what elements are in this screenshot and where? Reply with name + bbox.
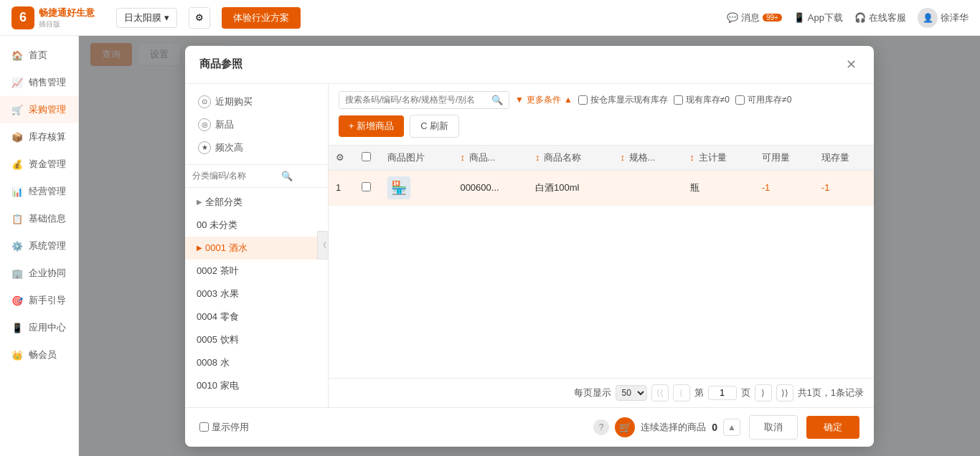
modal-overlay: 商品参照 ✕ ⊙ 近期购买 ◎ [79, 36, 980, 456]
checkbox-warehouse-label[interactable]: 按仓库显示现有库存 [578, 94, 668, 106]
select-all-checkbox[interactable] [362, 152, 371, 161]
content-area: 查询 设置 刷新 商品参照 ✕ [79, 36, 980, 456]
search-box: 🔍 [339, 91, 509, 109]
quick-filters: ⊙ 近期购买 ◎ 新品 ★ 频次高 [185, 91, 328, 165]
confirm-button[interactable]: 确定 [806, 416, 859, 439]
category-unclassified[interactable]: 00 未分类 [185, 214, 328, 237]
category-0001[interactable]: ▶ 0001 酒水 [185, 237, 328, 260]
th-spec[interactable]: ↕ 规格... [613, 146, 682, 171]
table-row[interactable]: 1 🏪 000600... [329, 170, 874, 205]
checkbox-avail-ne0-label[interactable]: 可用库存≠0 [735, 94, 791, 106]
online-service-button[interactable]: 🎧 在线客服 [854, 11, 906, 24]
pagination: 每页显示 50 ⟨⟨ ⟨ 第 页 ⟩ ⟩⟩ 共1页，1条记录 [329, 378, 874, 407]
category-0003[interactable]: 0003 水果 [185, 282, 328, 305]
filter-button[interactable]: ▼ 更多条件 ▲ [515, 94, 573, 106]
search-icon[interactable]: 🔍 [491, 95, 503, 105]
sidebar-item-member[interactable]: 👑 畅会员 [0, 341, 78, 369]
category-0010[interactable]: 0010 家电 [185, 374, 328, 397]
category-0008[interactable]: 0008 水 [185, 351, 328, 374]
td-check[interactable] [354, 170, 380, 205]
checkbox-avail-ne0[interactable] [735, 95, 745, 105]
product-table-container: ⚙ 商品图片 [329, 146, 874, 378]
category-search-input[interactable] [192, 171, 278, 181]
page-number-input[interactable] [708, 386, 737, 400]
cancel-button[interactable]: 取消 [749, 415, 798, 440]
page-first-button[interactable]: ⟨⟨ [651, 384, 669, 402]
sidebar-item-sales[interactable]: 📈 销售管理 [0, 69, 78, 96]
category-all[interactable]: ▶ 全部分类 [185, 191, 328, 214]
navbar: 6 畅捷通好生意 插目版 日太阳膜 ▾ ⚙ 体验行业方案 💬 消息 99+ 📱 … [0, 0, 980, 36]
page-last-button[interactable]: ⟩⟩ [776, 384, 793, 402]
td-available: -1 [755, 170, 814, 205]
ops-icon: 📊 [11, 186, 23, 197]
category-0002[interactable]: 0002 茶叶 [185, 260, 328, 282]
app-download-button[interactable]: 📱 App下载 [793, 11, 843, 24]
cart-icon[interactable]: 🛒 [615, 417, 635, 437]
messages-button[interactable]: 💬 消息 99+ [727, 11, 782, 24]
modal-right-panel: 🔍 ▼ 更多条件 ▲ 按仓库显示现有库存 [329, 84, 874, 407]
modal-body: ⊙ 近期购买 ◎ 新品 ★ 频次高 [185, 84, 874, 407]
caret-right-icon: ▶ [197, 198, 202, 206]
user-menu[interactable]: 👤 徐泽华 [918, 8, 969, 28]
quick-filter-recent[interactable]: ⊙ 近期购买 [192, 91, 321, 113]
td-stock: -1 [814, 170, 874, 205]
help-icon[interactable]: ? [593, 419, 609, 435]
td-unit: 瓶 [683, 170, 755, 205]
sidebar-item-system[interactable]: ⚙️ 系统管理 [0, 232, 78, 260]
freq-icon: ★ [198, 141, 211, 154]
sidebar-item-inventory[interactable]: 📦 库存核算 [0, 123, 78, 151]
sidebar-item-app-center[interactable]: 📱 应用中心 [0, 314, 78, 341]
logo-text: 畅捷通好生意 插目版 [39, 6, 95, 29]
sidebar-item-finance[interactable]: 💰 资金管理 [0, 151, 78, 178]
quick-filter-freq[interactable]: ★ 频次高 [192, 137, 321, 158]
settings-icon[interactable]: ⚙ [189, 7, 210, 29]
checkbox-stock-ne0-label[interactable]: 现有库存≠0 [674, 94, 730, 106]
sales-icon: 📈 [11, 77, 23, 88]
modal-footer: 显示停用 ? 🛒 连续选择的商品 0 ▲ 取消 确定 [185, 407, 874, 447]
quick-filter-new[interactable]: ◎ 新品 [192, 114, 321, 136]
sidebar-item-purchase[interactable]: 🛒 采购管理 [0, 96, 78, 123]
collapse-button[interactable]: 《 [317, 231, 329, 260]
sort-unit-icon: ↕ [690, 152, 695, 163]
th-name[interactable]: ↕ 商品名称 [528, 146, 613, 171]
modal-toolbar: 🔍 ▼ 更多条件 ▲ 按仓库显示现有库存 [329, 84, 874, 146]
checkbox-stock-ne0[interactable] [674, 95, 683, 105]
th-unit[interactable]: ↕ 主计量 [683, 146, 755, 171]
page-size-select[interactable]: 50 [616, 385, 647, 401]
th-settings[interactable]: ⚙ [329, 146, 354, 171]
show-disabled-label[interactable]: 显示停用 [199, 421, 249, 434]
sidebar-item-home[interactable]: 🏠 首页 [0, 42, 78, 69]
page-prev-button[interactable]: ⟨ [673, 384, 690, 402]
collapse-filter-icon: ▲ [564, 95, 573, 105]
category-0004[interactable]: 0004 零食 [185, 305, 328, 328]
trial-button[interactable]: 体验行业方案 [222, 7, 301, 29]
sidebar-item-enterprise[interactable]: 🏢 企业协同 [0, 260, 78, 287]
main-layout: 🏠 首页 📈 销售管理 🛒 采购管理 📦 库存核算 💰 资金管理 📊 经营管理 … [0, 36, 980, 456]
app-center-icon: 📱 [11, 323, 23, 333]
page-next-button[interactable]: ⟩ [755, 384, 772, 402]
td-spec [613, 170, 682, 205]
add-product-button[interactable]: + 新增商品 [339, 115, 404, 137]
category-list: ▶ 全部分类 00 未分类 ▶ 0001 酒水 0002 茶 [185, 188, 328, 400]
category-search-icon[interactable]: 🔍 [281, 171, 293, 181]
th-stock: 现存量 [814, 146, 874, 171]
sort-name-icon: ↕ [535, 152, 540, 163]
cart-collapse-button[interactable]: ▲ [723, 419, 740, 436]
avatar: 👤 [918, 8, 938, 28]
sidebar-item-guide[interactable]: 🎯 新手引导 [0, 287, 78, 314]
checkbox-warehouse[interactable] [578, 95, 588, 105]
sidebar-item-basic-info[interactable]: 📋 基础信息 [0, 205, 78, 232]
th-image: 商品图片 [380, 146, 453, 171]
refresh-button[interactable]: C 刷新 [410, 115, 459, 138]
th-code[interactable]: ↕ 商品... [453, 146, 528, 171]
th-check[interactable] [354, 146, 380, 171]
system-icon: ⚙️ [11, 241, 23, 252]
category-search: 🔍 [185, 165, 328, 188]
show-disabled-checkbox[interactable] [199, 422, 209, 432]
search-input[interactable] [345, 95, 489, 105]
nav-dropdown[interactable]: 日太阳膜 ▾ [116, 8, 177, 28]
sidebar-item-ops[interactable]: 📊 经营管理 [0, 178, 78, 205]
modal-close-button[interactable]: ✕ [842, 56, 859, 73]
category-0005[interactable]: 0005 饮料 [185, 328, 328, 351]
row-checkbox[interactable] [362, 182, 371, 191]
